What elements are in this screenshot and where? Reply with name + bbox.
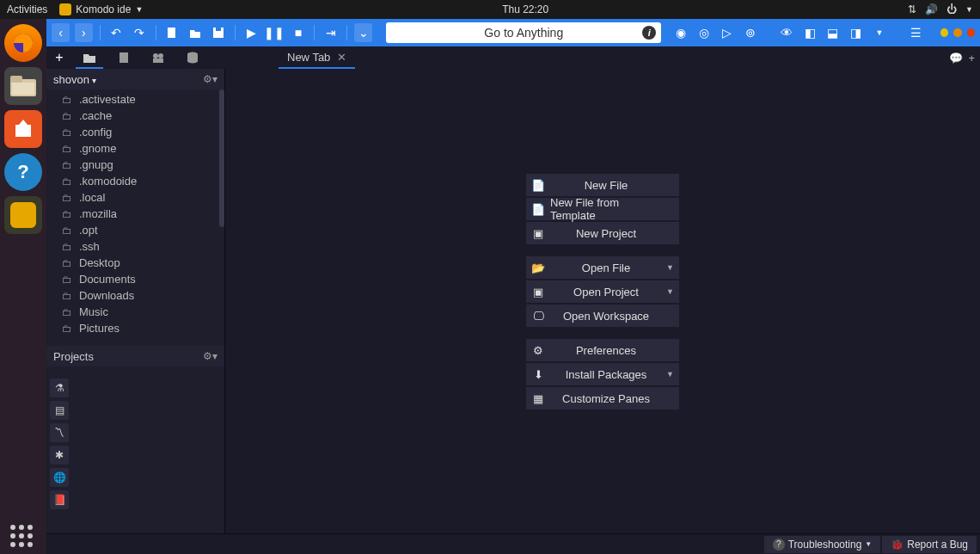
tree-item[interactable]: 🗀.local <box>46 189 224 206</box>
goto-anything-input[interactable]: Go to Anything i <box>386 22 661 43</box>
save-button[interactable] <box>210 23 228 42</box>
folder-icon: 🗀 <box>62 159 74 171</box>
tree-item[interactable]: 🗀.ssh <box>46 238 224 255</box>
record-macro-icon[interactable]: ◉ <box>671 23 689 42</box>
volume-icon[interactable]: 🔊 <box>925 3 938 15</box>
system-menu-caret[interactable]: ▼ <box>965 5 973 14</box>
start-open-workspace[interactable]: 🖵Open Workspace <box>526 305 679 327</box>
book-icon[interactable]: 📕 <box>50 490 69 509</box>
status-dot-error[interactable] <box>967 28 976 37</box>
eye-icon[interactable]: 👁 <box>778 23 796 42</box>
start-customize-panes[interactable]: ▦Customize Panes <box>526 387 679 409</box>
tree-item[interactable]: 🗀.mozilla <box>46 206 224 222</box>
tree-item[interactable]: 🗀.cache <box>46 108 224 124</box>
dropdown-button[interactable]: ⌄ <box>354 23 372 42</box>
notification-icon[interactable]: 💬 <box>949 52 963 65</box>
chart-icon[interactable]: 〽 <box>50 423 69 442</box>
tree-item[interactable]: 🗀Documents <box>46 271 224 287</box>
start-install-packages[interactable]: ⬇Install Packages▼ <box>526 363 679 385</box>
troubleshooting-button[interactable]: ? Troubleshooting ▼ <box>764 536 881 553</box>
pause-button[interactable]: ❚❚ <box>265 23 284 42</box>
macro-stop-icon[interactable]: ◎ <box>695 23 713 42</box>
open-project-icon: ▣ <box>526 286 550 299</box>
tree-scrollbar[interactable] <box>219 89 224 227</box>
stop-button[interactable]: ■ <box>289 23 307 42</box>
files-tab[interactable] <box>107 46 141 69</box>
globe-icon[interactable]: 🌐 <box>50 468 69 487</box>
menu-icon[interactable]: ☰ <box>907 23 925 42</box>
dock-komodo[interactable] <box>4 196 42 234</box>
show-applications[interactable] <box>10 525 33 547</box>
pane-menu-caret[interactable]: ▼ <box>870 23 888 42</box>
start-open-file[interactable]: 📂Open File▼ <box>526 256 679 279</box>
status-dot-alert[interactable] <box>953 28 962 37</box>
activities-button[interactable]: Activities <box>7 3 47 15</box>
clock[interactable]: Thu 22:20 <box>143 3 908 15</box>
editor-tab-new[interactable]: New Tab ✕ <box>279 46 355 69</box>
start-preferences[interactable]: ⚙Preferences <box>526 339 679 361</box>
database-tab[interactable] <box>175 46 210 69</box>
start-new-file[interactable]: 📄New File <box>526 174 679 196</box>
folder-icon: 🗀 <box>62 126 74 138</box>
start-new-file-template[interactable]: 📄New File from Template <box>526 198 679 220</box>
pane-bottom-icon[interactable]: ⬓ <box>824 23 842 42</box>
power-icon[interactable]: ⏻ <box>946 3 957 15</box>
dock-files[interactable] <box>4 67 42 105</box>
tree-item[interactable]: 🗀Desktop <box>46 255 224 271</box>
macro-play-icon[interactable]: ▷ <box>718 23 736 42</box>
pane-left-icon[interactable]: ◧ <box>801 23 819 42</box>
status-dot-warning[interactable] <box>940 28 949 37</box>
network-icon[interactable]: ⇅ <box>908 3 916 15</box>
collab-tab[interactable] <box>141 46 175 69</box>
start-open-project[interactable]: ▣Open Project▼ <box>526 280 679 303</box>
tree-item[interactable]: 🗀Pictures <box>46 320 224 336</box>
indent-button[interactable]: ⇥ <box>322 23 340 42</box>
folder-icon: 🗀 <box>62 306 74 318</box>
tree-item[interactable]: 🗀.komodoide <box>46 173 224 189</box>
places-tab[interactable] <box>72 46 107 69</box>
file-tree: 🗀.activestate 🗀.cache 🗀.config 🗀.gnome 🗀… <box>46 89 224 346</box>
gear-icon[interactable]: ⚙▾ <box>203 73 217 85</box>
caret-icon: ▼ <box>666 263 674 272</box>
report-bug-button[interactable]: 🐞 Report a Bug <box>882 536 977 553</box>
terminal-icon[interactable]: ▤ <box>50 401 69 420</box>
gear-icon[interactable]: ⚙▾ <box>203 350 217 362</box>
beaker-icon[interactable]: ⚗ <box>50 379 69 397</box>
projects-panel-header[interactable]: Projects ⚙▾ <box>46 346 224 366</box>
macro-settings-icon[interactable]: ⊚ <box>741 23 759 42</box>
add-pane-icon[interactable]: + <box>968 52 975 65</box>
forward-button[interactable]: › <box>75 23 93 42</box>
folder-icon: 🗀 <box>62 241 74 253</box>
folder-icon: 🗀 <box>62 208 74 220</box>
snippet-icon[interactable]: ✱ <box>50 446 69 465</box>
grid-icon: ▦ <box>526 392 550 405</box>
tree-item[interactable]: 🗀.gnome <box>46 140 224 157</box>
info-icon[interactable]: i <box>642 26 656 40</box>
tree-item[interactable]: 🗀.opt <box>46 222 224 238</box>
komodo-window: ‹ › ↶ ↷ ▶ ❚❚ ■ ⇥ ⌄ Go to Anything i ◉ ◎ … <box>46 19 980 554</box>
close-tab-icon[interactable]: ✕ <box>337 51 346 64</box>
help-icon: ? <box>773 539 785 551</box>
dock-firefox[interactable] <box>4 24 42 62</box>
tree-item[interactable]: 🗀.activestate <box>46 91 224 108</box>
svg-rect-11 <box>153 58 163 63</box>
add-tab-button[interactable]: + <box>46 46 72 69</box>
undo-button[interactable]: ↶ <box>107 23 126 42</box>
tree-item[interactable]: 🗀.config <box>46 124 224 140</box>
dock-help[interactable]: ? <box>4 153 42 191</box>
tree-item[interactable]: 🗀.gnupg <box>46 157 224 173</box>
folder-icon: 🗀 <box>62 110 74 122</box>
new-file-button[interactable] <box>163 23 181 42</box>
pane-right-icon[interactable]: ◨ <box>847 23 865 42</box>
sidebar-root-selector[interactable]: shovon ⚙▾ <box>46 69 224 89</box>
open-file-button[interactable] <box>187 23 205 42</box>
tree-item[interactable]: 🗀Downloads <box>46 287 224 304</box>
dock-software[interactable] <box>4 110 42 148</box>
folder-icon: 🗀 <box>62 225 74 237</box>
back-button[interactable]: ‹ <box>52 23 70 42</box>
start-new-project[interactable]: ▣New Project <box>526 222 679 244</box>
tree-item[interactable]: 🗀Music <box>46 304 224 320</box>
redo-button[interactable]: ↷ <box>131 23 149 42</box>
app-menu[interactable]: Komodo ide ▼ <box>59 3 143 15</box>
play-button[interactable]: ▶ <box>242 23 260 42</box>
